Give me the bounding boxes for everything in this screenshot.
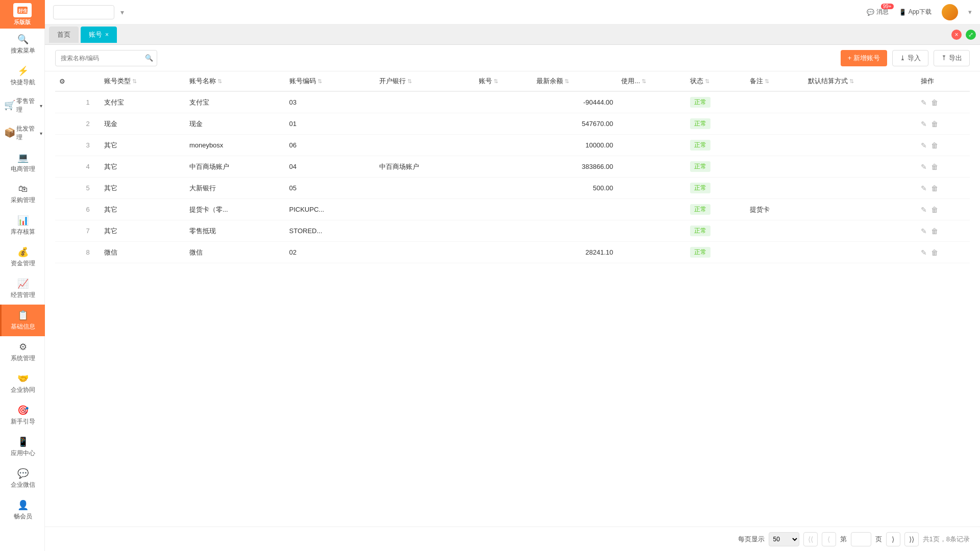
row-status-cell: 正常 [686,135,746,156]
edit-button[interactable]: ✎ [921,163,927,171]
sidebar-item-collaboration[interactable]: 🤝 企业协同 [0,368,45,399]
settings-col-icon[interactable]: ⚙ [59,78,65,85]
sidebar-item-finance[interactable]: 💰 资金管理 [0,241,45,273]
col-name[interactable]: 账号名称 ⇅ [185,71,285,91]
row-balance-cell: 28241.10 [532,242,618,263]
col-settlement[interactable]: 默认结算方式 ⇅ [804,71,917,91]
row-num-cell: 6 [76,199,100,220]
row-account-cell [475,156,532,178]
search-input[interactable] [55,50,157,66]
top-search-input[interactable] [53,5,114,19]
row-settings-cell [55,156,76,178]
edit-button[interactable]: ✎ [921,141,927,149]
tab-account-close[interactable]: × [105,31,109,38]
sidebar-item-appcenter[interactable]: 📱 应用中心 [0,431,45,463]
delete-button[interactable]: 🗑 [931,248,938,257]
row-settlement-cell [804,135,917,156]
edit-button[interactable]: ✎ [921,98,927,107]
row-num-cell: 8 [76,242,100,263]
row-name-cell: 提货卡（零... [185,199,285,220]
col-usage[interactable]: 使用... ⇅ [617,71,686,91]
sidebar-item-search[interactable]: 🔍 搜索菜单 [0,29,45,60]
delete-button[interactable]: 🗑 [931,141,938,149]
sidebar-item-system[interactable]: ⚙ 系统管理 [0,336,45,368]
app-download-button[interactable]: 📱 App下载 [899,8,932,16]
row-code-cell: 01 [285,113,375,135]
add-account-button[interactable]: + 新增账号 [841,50,887,66]
delete-button[interactable]: 🗑 [931,184,938,192]
tab-account[interactable]: 账号 × [81,27,117,43]
sidebar-item-quick[interactable]: ⚡ 快捷导航 [0,60,45,92]
row-num-cell: 1 [76,91,100,113]
sidebar-item-operation[interactable]: 📈 经营管理 [0,273,45,305]
message-icon: 💬 [867,9,874,16]
import-button[interactable]: ⤓ 导入 [892,50,928,66]
row-balance-cell [532,220,618,242]
edit-button[interactable]: ✎ [921,184,927,192]
window-maximize-button[interactable]: ⤢ [966,30,976,40]
edit-button[interactable]: ✎ [921,227,927,235]
row-action-cell: ✎ 🗑 [917,178,970,199]
col-type[interactable]: 账号类型 ⇅ [100,71,185,91]
dropdown-arrow-icon[interactable]: ▾ [120,8,124,16]
row-code-cell: 02 [285,242,375,263]
sidebar-item-wholesale[interactable]: 📦 批发管理 ▾ [0,119,45,147]
last-page-button[interactable]: ⟩⟩ [904,532,919,546]
sidebar-item-wechat[interactable]: 💬 企业微信 [0,463,45,494]
user-avatar[interactable] [942,4,958,20]
row-balance-cell: 383866.00 [532,156,618,178]
export-button[interactable]: ⤒ 导出 [934,50,970,66]
page-total: 共1页，8条记录 [923,535,970,544]
top-header: ▾ 💬 消息 99+ 📱 App下载 ▾ [45,0,980,24]
row-note-cell [746,135,804,156]
window-close-button[interactable]: × [951,30,962,40]
delete-button[interactable]: 🗑 [931,227,938,235]
col-bank[interactable]: 开户银行 ⇅ [375,71,475,91]
sort-type-icon: ⇅ [132,78,137,85]
guide-icon: 🎯 [17,405,29,416]
next-page-button[interactable]: ⟩ [886,532,900,546]
tab-account-label: 账号 [89,30,102,39]
messages-button[interactable]: 💬 消息 99+ [867,8,889,16]
sidebar-item-member[interactable]: 👤 畅会员 [0,494,45,526]
row-name-cell: 支付宝 [185,91,285,113]
table-row: 3 其它 moneybosx 06 10000.00 正常 ✎ 🗑 [55,135,970,156]
edit-button[interactable]: ✎ [921,248,927,257]
row-bank-cell [375,135,475,156]
row-usage-cell [617,135,686,156]
content-area: 🔍 + 新增账号 ⤓ 导入 ⤒ 导出 [45,45,980,551]
page-label-after: 页 [875,535,882,544]
row-name-cell: 中百商场账户 [185,156,285,178]
col-note[interactable]: 备注 ⇅ [746,71,804,91]
page-label-before: 第 [840,535,847,544]
page-size-select[interactable]: 50 100 200 [769,532,799,546]
first-page-button[interactable]: ⟨⟨ [803,532,818,546]
page-number-input[interactable]: 1 [851,532,871,546]
status-badge: 正常 [690,118,710,129]
sidebar-item-retail[interactable]: 🛒 零售管理 ▾ [0,92,45,119]
col-balance[interactable]: 最新余额 ⇅ [532,71,618,91]
delete-button[interactable]: 🗑 [931,98,938,107]
col-account[interactable]: 账号 ⇅ [475,71,532,91]
delete-button[interactable]: 🗑 [931,163,938,171]
sidebar-item-guide[interactable]: 🎯 新手引导 [0,399,45,431]
sidebar-item-ecommerce[interactable]: 💻 电商管理 [0,147,45,179]
messages-badge: 99+ [881,4,894,9]
col-status[interactable]: 状态 ⇅ [686,71,746,91]
sidebar-item-inventory[interactable]: 📊 库存核算 [0,210,45,241]
prev-page-button[interactable]: ⟨ [822,532,836,546]
edit-button[interactable]: ✎ [921,206,927,214]
delete-button[interactable]: 🗑 [931,120,938,128]
delete-button[interactable]: 🗑 [931,206,938,214]
col-code[interactable]: 账号编码 ⇅ [285,71,375,91]
search-icon[interactable]: 🔍 [145,54,153,62]
row-settings-cell [55,91,76,113]
sidebar-label-wholesale: 批发管理 [16,124,39,142]
sidebar-item-purchase[interactable]: 🛍 采购管理 [0,179,45,210]
user-menu-arrow[interactable]: ▾ [968,8,972,16]
sidebar-label-retail: 零售管理 [16,97,39,114]
row-status-cell: 正常 [686,220,746,242]
sidebar-item-basic[interactable]: 📋 基础信息 [0,305,45,336]
tab-home[interactable]: 首页 [49,27,79,43]
edit-button[interactable]: ✎ [921,120,927,128]
